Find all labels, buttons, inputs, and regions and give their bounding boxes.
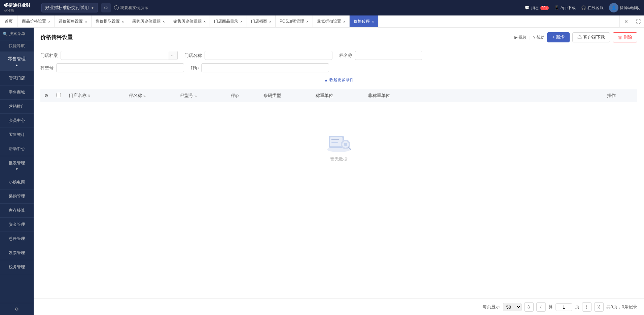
online-service-button[interactable]: 🎧 在线客服: [581, 5, 604, 11]
th-scale-model-sort[interactable]: 秤型号 ⇅: [180, 93, 223, 99]
sidebar-quick-nav[interactable]: 快捷导航: [0, 40, 34, 52]
sidebar-item-retail-shop[interactable]: 零售商城: [0, 85, 34, 100]
sidebar-item-ecommerce-label: 小畅电商: [9, 179, 25, 185]
tab-purchase-history-close-icon[interactable]: ×: [163, 20, 165, 24]
tab-price-transfer-close-icon[interactable]: ×: [372, 20, 374, 24]
tab-store-catalog-label: 门店商品目录: [214, 19, 238, 24]
tab-expand-button[interactable]: ⛶: [632, 15, 644, 28]
sidebar-item-tax[interactable]: 税务管理: [0, 260, 34, 274]
sidebar-item-retail-stats[interactable]: 零售统计: [0, 128, 34, 142]
page-number-input[interactable]: [556, 303, 572, 311]
page-header-actions: ▶ 视频 | ? 帮助 + 新增 凸 客户端下载 🗑 删除: [514, 32, 637, 42]
add-button[interactable]: + 新增: [547, 32, 570, 42]
sidebar-item-smart-store[interactable]: 智慧门店: [0, 71, 34, 85]
user-name: 徐泽华修改: [620, 5, 640, 11]
tab-price-transfer[interactable]: 价格传秤 ×: [350, 15, 378, 28]
filter-scale-ip-input[interactable]: [201, 63, 329, 72]
per-page-select[interactable]: 50 10 20 100: [503, 303, 522, 311]
tab-min-discount[interactable]: 最低折扣设置 ×: [313, 15, 350, 28]
tab-purchase-history[interactable]: 采购历史价跟踪 ×: [128, 15, 169, 28]
th-checkbox[interactable]: [52, 89, 65, 102]
main-layout: 🔍 搜索菜单 快捷导航 零售管理 ▲ 智慧门店 零售商城 营销推广 会员中心 零…: [0, 28, 644, 315]
first-page-button[interactable]: ⟨⟨: [524, 302, 534, 312]
message-icon: 💬: [525, 5, 530, 10]
next-page-button[interactable]: ⟩: [582, 302, 592, 312]
select-all-checkbox[interactable]: [57, 93, 61, 97]
svg-rect-9: [331, 142, 338, 143]
app-download-button[interactable]: 📱 App下载: [554, 5, 576, 11]
sidebar-item-wholesale[interactable]: 批发管理 ▼: [0, 156, 34, 175]
filter-row-2: 秤型号 秤ip: [40, 63, 637, 72]
help-link[interactable]: ? 帮助: [533, 35, 544, 40]
sidebar-item-member[interactable]: 会员中心: [0, 114, 34, 128]
tab-pos-manage-close-icon[interactable]: ×: [306, 20, 308, 24]
sidebar-item-wholesale-label: 批发管理: [9, 160, 25, 166]
sidebar-settings-icon: ⚙: [15, 307, 19, 312]
tab-min-discount-close-icon[interactable]: ×: [343, 20, 345, 24]
delete-button[interactable]: 🗑 删除: [613, 32, 637, 42]
tab-pos-manage[interactable]: POS加密管理 ×: [276, 15, 313, 28]
svg-rect-8: [331, 141, 337, 141]
filter-scale-model-input[interactable]: [56, 63, 184, 72]
tab-sale-history[interactable]: 销售历史价跟踪 ×: [169, 15, 210, 28]
th-store-name-sort[interactable]: 门店名称 ⇅: [69, 93, 121, 99]
sidebar-item-inventory[interactable]: 库存核算: [0, 204, 34, 218]
download-button[interactable]: 凸 客户端下载: [572, 32, 610, 42]
sidebar-item-account-label: 总账管理: [9, 236, 25, 242]
tab-sale-history-close-icon[interactable]: ×: [204, 20, 206, 24]
version-selector[interactable]: 好业财标准版交付试用 ▼: [41, 3, 98, 12]
help-label: 帮助: [536, 35, 544, 40]
sidebar-item-finance[interactable]: 资金管理: [0, 218, 34, 232]
demo-label: 我要看实例演示: [120, 5, 148, 11]
tab-sale-extract[interactable]: 售价提取设置 ×: [92, 15, 128, 28]
sidebar-item-purchase[interactable]: 采购管理: [0, 189, 34, 204]
th-settings[interactable]: ⚙: [40, 89, 52, 102]
prev-page-icon: ⟨: [540, 305, 542, 310]
filter-store-file-input[interactable]: [61, 51, 168, 60]
sidebar-item-invoice[interactable]: 发票管理: [0, 246, 34, 260]
filter-store-file: 门店档案 ···: [40, 51, 178, 60]
tab-price-setting[interactable]: 商品价格设置 ×: [18, 15, 55, 28]
top-bar-right: 💬 消息 99+ 📱 App下载 🎧 在线客服 👤 徐泽华修改: [525, 3, 640, 12]
filter-scale-name: 秤名称: [339, 51, 422, 60]
sidebar-item-retail-label: 零售管理: [8, 56, 26, 62]
search-icon: 🔍: [3, 32, 8, 36]
tab-store-catalog[interactable]: 门店商品目录 ×: [210, 15, 247, 28]
last-page-button[interactable]: ⟩⟩: [594, 302, 604, 312]
filter-scale-name-input[interactable]: [355, 51, 422, 60]
sidebar-item-ecommerce[interactable]: 小畅电商: [0, 175, 34, 189]
tab-purchase-strategy[interactable]: 进价策略设置 ×: [55, 15, 91, 28]
filter-store-name: 门店名称: [184, 51, 332, 60]
message-button[interactable]: 💬 消息 99+: [525, 5, 549, 11]
sidebar-item-retail[interactable]: 零售管理 ▲: [0, 52, 34, 71]
tab-purchase-strategy-close-icon[interactable]: ×: [85, 20, 87, 24]
th-scale-name-sort[interactable]: 秤名称 ⇅: [129, 93, 172, 99]
sidebar-search-button[interactable]: 🔍 搜索菜单: [0, 28, 34, 40]
filter-store-name-input[interactable]: [205, 51, 332, 60]
next-page-icon: ⟩: [586, 305, 587, 310]
filter-collapse-button[interactable]: ▲ 收起更多条件: [40, 76, 637, 84]
th-scale-name-label: 秤名称: [129, 93, 142, 99]
sidebar-settings-button[interactable]: ⚙: [0, 303, 34, 315]
demo-button[interactable]: ○ 我要看实例演示: [114, 5, 148, 11]
tab-store-file[interactable]: 门店档案 ×: [247, 15, 276, 28]
th-scale-model: 秤型号 ⇅: [176, 89, 227, 102]
sidebar-item-account[interactable]: 总账管理: [0, 232, 34, 246]
svg-rect-7: [331, 139, 339, 140]
tab-close-button[interactable]: ✕: [620, 15, 632, 28]
sidebar-item-marketing[interactable]: 营销推广: [0, 100, 34, 114]
version-settings-button[interactable]: ⚙: [101, 3, 111, 12]
tab-price-setting-close-icon[interactable]: ×: [48, 20, 50, 24]
tab-home-label: 首页: [5, 19, 13, 24]
filter-store-file-dots-button[interactable]: ···: [168, 51, 178, 60]
video-link[interactable]: ▶ 视频: [514, 35, 527, 40]
user-area[interactable]: 👤 徐泽华修改: [609, 3, 640, 12]
tab-store-catalog-close-icon[interactable]: ×: [240, 20, 242, 24]
tab-home[interactable]: 首页: [0, 15, 18, 28]
total-info: 共0页，0条记录: [606, 304, 637, 310]
tab-store-file-close-icon[interactable]: ×: [269, 20, 271, 24]
page-title: 价格传秤设置: [40, 34, 73, 41]
prev-page-button[interactable]: ⟨: [536, 302, 546, 312]
sidebar-item-help[interactable]: 帮助中心: [0, 142, 34, 156]
tab-sale-extract-close-icon[interactable]: ×: [122, 20, 124, 24]
